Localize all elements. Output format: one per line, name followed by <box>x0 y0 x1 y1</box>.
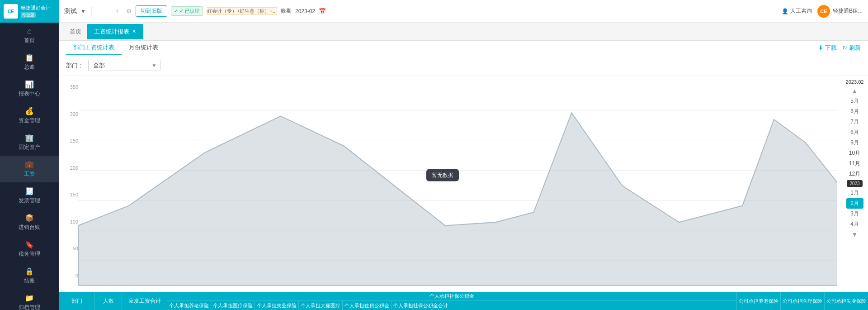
refresh-icon: ↻ <box>842 44 847 51</box>
date-month-3[interactable]: 3月 <box>841 209 868 219</box>
consult-btn[interactable]: 👤 人工咨询 <box>782 7 812 15</box>
topbar-actions: 👤 人工咨询 CE 轻捷通B组... <box>782 5 863 18</box>
content-area: 部门工资统计表 月份统计表 ⬇ 下载 ↻ 刷新 部门： 全部 <box>59 41 868 310</box>
sidebar-item-payroll[interactable]: 💼 工资 <box>0 156 59 182</box>
logo-icon: CE <box>4 4 18 19</box>
chart-svg <box>78 80 837 292</box>
col-personal-6: 个人承担社保公积金合计 <box>392 301 450 310</box>
dept-label: 部门： <box>66 62 84 70</box>
col-personal-4: 个人承担大额医疗 <box>299 301 343 310</box>
date-month-7[interactable]: 7月 <box>841 117 868 127</box>
funds-icon: 💰 <box>25 107 34 115</box>
sidebar: CE 畅捷通好会计 专业版 ⌂ 首页 📋 总账 📊 报表中心 💰 资金管理 🏢 … <box>0 0 59 310</box>
switch-old-btn[interactable]: 切到旧版 <box>136 5 167 17</box>
divider1 <box>91 7 92 16</box>
payroll-icon: 💼 <box>25 160 34 169</box>
refresh-btn[interactable]: ↻ 刷新 <box>842 44 861 52</box>
tax-icon: 🔖 <box>25 240 34 249</box>
tab-close-icon[interactable]: ✕ <box>132 29 136 34</box>
sidebar-item-label: 首页 <box>24 37 35 44</box>
date-month-10[interactable]: 10月 <box>841 148 868 158</box>
purchase-sale-icon: 📦 <box>25 214 34 222</box>
date-month-6[interactable]: 6月 <box>841 106 868 117</box>
logo-text-line1: 畅捷通好会计 <box>21 5 51 11</box>
sidebar-item-label: 进销台账 <box>19 224 40 231</box>
certified-tag: ✓ ✓ 已认证 <box>171 6 203 16</box>
sidebar-item-label: 工资 <box>24 170 35 178</box>
chart-svg-area: 暂无数据 <box>78 80 837 292</box>
archive-icon: 📁 <box>25 294 34 302</box>
col-headcount: 人数 <box>95 292 122 310</box>
toolbar-right: ⬇ 下载 ↻ 刷新 <box>818 44 861 52</box>
sidebar-item-general-ledger[interactable]: 📋 总账 <box>0 49 59 76</box>
tab-home[interactable]: 首页 <box>64 24 87 39</box>
sidebar-item-invoice[interactable]: 🧾 发票管理 <box>0 182 59 209</box>
company-dropdown[interactable]: ▼ <box>80 8 86 14</box>
date-month-5[interactable]: 5月 <box>841 96 868 106</box>
sidebar-item-label: 发票管理 <box>19 197 40 205</box>
closing-icon: 🔒 <box>25 267 34 276</box>
sidebar-logo: CE 畅捷通好会计 专业版 <box>0 0 59 23</box>
check-icon: ✓ <box>174 8 178 14</box>
col-group-personal: 个人承担社保公积金 个人承担养老保险 个人承担医疗保险 个人承担失业保险 个人承… <box>167 292 737 310</box>
col-personal-2: 个人承担医疗保险 <box>211 301 255 310</box>
date-month-4[interactable]: 4月 <box>841 219 868 229</box>
group-personal-cells: 个人承担养老保险 个人承担医疗保险 个人承担失业保险 个人承担大额医疗 个人承担… <box>167 301 736 310</box>
date-month-11[interactable]: 11月 <box>841 158 868 169</box>
sidebar-item-home[interactable]: ⌂ 首页 <box>0 23 59 49</box>
sidebar-item-purchase-sale[interactable]: 📦 进销台账 <box>0 209 59 236</box>
sidebar-item-archive[interactable]: 📁 归档管理 <box>0 289 59 310</box>
date-month-2-active[interactable]: 2月 <box>846 198 863 209</box>
tab-payroll-report[interactable]: 工资统计报表 ✕ <box>87 24 143 39</box>
logo-badge: 专业版 <box>21 12 36 18</box>
sidebar-item-closing[interactable]: 🔒 结账 <box>0 262 59 289</box>
gear-icon[interactable]: ⚙ <box>126 8 132 15</box>
sidebar-item-label: 结账 <box>24 277 35 285</box>
topbar: 测试 ▼ ＋ ⚙ 切到旧版 ✓ ✓ 已认证 好会计（专）+好生意（标）+... … <box>59 0 868 23</box>
date-month-8[interactable]: 8月 <box>841 127 868 138</box>
col-company-1: 公司承担养老保险 <box>737 292 781 310</box>
sidebar-item-label: 总账 <box>24 63 35 71</box>
sidebar-item-reports[interactable]: 📊 报表中心 <box>0 76 59 102</box>
sub-tab-bar: 部门工资统计表 月份统计表 <box>66 41 818 55</box>
date-month-1[interactable]: 1月 <box>841 188 868 198</box>
fixed-assets-icon: 🏢 <box>25 134 34 142</box>
good-tag: 好会计（专）+好生意（标）+... <box>207 7 277 15</box>
col-personal-3: 个人承担失业保险 <box>255 301 299 310</box>
date-nav-down[interactable]: ▼ <box>850 229 859 239</box>
sidebar-nav: ⌂ 首页 📋 总账 📊 报表中心 💰 资金管理 🏢 固定资产 💼 工资 🧾 发票… <box>0 23 59 310</box>
user-area[interactable]: CE 轻捷通B组... <box>817 5 863 18</box>
user-avatar: CE <box>817 5 830 18</box>
date-year-label: 2023.02 <box>844 78 866 86</box>
date-sidebar: 2023.02 ▲ 5月 6月 7月 8月 9月 10月 11月 12月 202… <box>841 76 868 292</box>
sidebar-item-tax[interactable]: 🔖 税务管理 <box>0 236 59 262</box>
tab-bar: 首页 工资统计报表 ✕ <box>59 23 868 41</box>
toolbar-left: 部门： 全部 研发部 销售部 行政部 ▼ <box>66 60 160 71</box>
company-name: 测试 <box>64 7 77 15</box>
dept-select[interactable]: 全部 研发部 销售部 行政部 <box>88 60 160 71</box>
sub-tab-dept[interactable]: 部门工资统计表 <box>66 41 122 55</box>
date-year-badge: 2023 <box>847 180 862 187</box>
date-nav-up[interactable]: ▲ <box>850 86 859 96</box>
reports-icon: 📊 <box>25 80 34 89</box>
sidebar-item-label: 税务管理 <box>19 250 40 258</box>
download-icon: ⬇ <box>818 44 823 51</box>
date-month-12[interactable]: 12月 <box>841 169 868 179</box>
dept-select-wrapper: 全部 研发部 销售部 行政部 ▼ <box>88 60 160 71</box>
col-company-2: 公司承担医疗保险 <box>781 292 825 310</box>
download-btn[interactable]: ⬇ 下载 <box>818 44 837 52</box>
col-salary: 应发工资合计 <box>122 292 167 310</box>
col-personal-5: 个人承担住房公积金 <box>343 301 392 310</box>
period-label: 账期 <box>281 7 292 15</box>
table-footer: 部门 人数 应发工资合计 个人承担社保公积金 个人承担养老保险 个人承担医疗保险… <box>59 292 868 310</box>
date-month-9[interactable]: 9月 <box>841 138 868 148</box>
sidebar-item-funds[interactable]: 💰 资金管理 <box>0 102 59 129</box>
sidebar-item-fixed-assets[interactable]: 🏢 固定资产 <box>0 129 59 156</box>
sub-tab-monthly[interactable]: 月份统计表 <box>122 41 165 55</box>
main-area: 测试 ▼ ＋ ⚙ 切到旧版 ✓ ✓ 已认证 好会计（专）+好生意（标）+... … <box>59 0 868 310</box>
add-icon[interactable]: ＋ <box>113 6 121 16</box>
sidebar-item-label: 资金管理 <box>19 117 40 124</box>
ledger-icon: 📋 <box>25 53 34 62</box>
user-name: 轻捷通B组... <box>833 7 863 15</box>
calendar-icon[interactable]: 📅 <box>319 8 326 14</box>
